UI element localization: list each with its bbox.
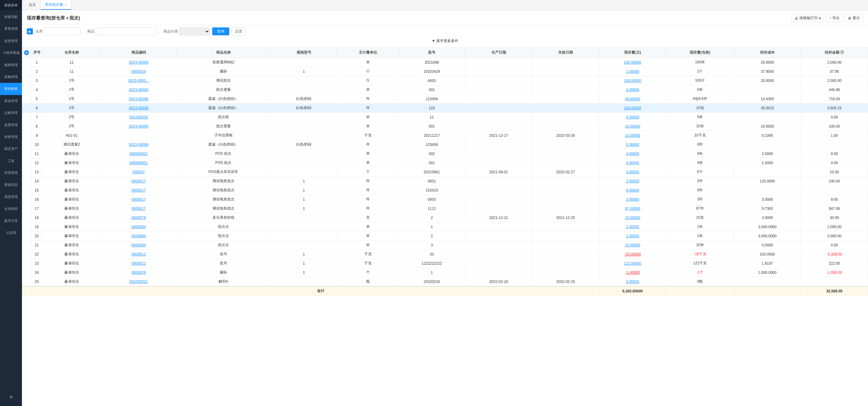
sidebar-item-sys[interactable]: 系统管理 [0,191,22,203]
expand-more-conditions[interactable]: ▼ 展开更多条件 [27,37,863,45]
sidebar-item-purchase[interactable]: 采购管理 [0,71,22,83]
col-header-code: 商品编码 [101,47,176,58]
col-icon-circle[interactable]: ⊙ [24,50,29,55]
sidebar-item-stats[interactable]: 总账管理 [0,107,22,119]
row-code[interactable]: 000900001 [101,149,176,158]
row-code[interactable]: 0000084 [101,232,176,241]
row-qty-main[interactable]: 10.00000 [599,131,666,140]
row-seq: 21 [31,241,42,250]
row-qty-main[interactable]: 0.00000 [599,168,666,177]
row-code[interactable]: 0023-00008 [101,140,176,149]
row-code[interactable]: 0023-00005 [101,94,176,104]
row-code[interactable]: 0000078 [101,213,176,222]
row-code[interactable]: 0000017 [101,177,176,186]
sidebar-item-assets[interactable]: 资金管理 [0,95,22,107]
row-qty-main[interactable]: 100.00000 [599,104,666,113]
row-qty-main[interactable]: 0.00000 [599,277,666,286]
sidebar-item-wholesale[interactable]: 批发管理 [0,35,22,47]
tab-inventory-batch[interactable]: 库存批次量 × [40,0,71,10]
row-qty-main[interactable]: 122.00000 [599,259,666,268]
row-name: POS 批次 [176,158,270,168]
sidebar-item-retail[interactable]: 零售管理 [0,23,22,35]
row-code[interactable]: 000097 [101,168,176,177]
sidebar-item-invoice[interactable]: 发票管理 [0,119,22,131]
sidebar-search[interactable]: 搜索菜单 [0,0,22,11]
sidebar-item-fixed[interactable]: 固定资产 [0,143,22,155]
row-qty-main[interactable]: 100.00000 [599,58,666,67]
row-qty-main[interactable]: 1.00000 [599,232,666,241]
row-qty-main[interactable]: 10.00000 [599,122,666,131]
row-qty-main[interactable]: 0.00000 [599,85,666,94]
display-button[interactable]: ⊞ 显示 [845,14,863,22]
tab-home[interactable]: 首页 [24,1,40,9]
row-code[interactable]: 0000029 [101,67,176,76]
category-select[interactable] [179,27,210,35]
row-warehouse: 赢省综仓 [42,149,101,158]
row-code[interactable]: 0023-00005 [101,85,176,94]
row-batch: 210423 [399,186,465,195]
filter-row-1: ▶ 仓库 ... 商品 ... 商品分类 查询 [27,27,863,35]
row-qty-main[interactable]: 4.00000 [599,158,666,168]
sidebar-item-micro-ecom[interactable]: 小程序商城 [0,47,22,59]
row-code[interactable]: 0023-00005 [101,122,176,131]
row-code[interactable]: 0023-00009 [101,58,176,67]
row-icon [22,149,31,158]
row-qty-main[interactable]: -16.00000 [599,250,666,259]
gear-icon[interactable]: ⚙ [9,392,13,402]
row-code[interactable]: 0000017 [101,195,176,204]
row-qty-main[interactable]: 4.00000 [599,149,666,158]
row-qty-main[interactable]: -1.00000 [599,268,666,277]
row-code[interactable]: 000900001 [101,158,176,168]
row-qty-main[interactable]: 0.00000 [599,140,666,149]
sidebar-item-mgmt[interactable]: 经营管理 [0,167,22,179]
export-button[interactable]: ↑ 导出 [826,14,843,22]
row-warehouse: 赢省综仓 [42,268,101,277]
row-qty-main[interactable]: 0.00000 [599,113,666,122]
row-code[interactable]: 001000031 [101,277,176,286]
row-code[interactable]: 001000026 [101,113,176,122]
row-qty-main[interactable]: 3.00000 [599,195,666,204]
table-row: 18赢省综仓0000078多头黑色软线支22021-12-212021-12-2… [22,213,868,222]
row-code[interactable]: 0000012 [101,250,176,259]
row-spec [271,241,338,250]
row-code[interactable]: 0000029 [101,268,176,277]
settings-button[interactable]: 设置 [232,27,246,35]
row-qty-main[interactable]: 49.60000 [599,94,666,104]
row-qty-main[interactable]: 2.00000 [599,177,666,186]
row-qty-aux: 10包 [666,104,734,113]
row-prod-date [465,177,532,186]
sidebar-item-labor[interactable]: 工资 [0,155,22,167]
row-qty-main[interactable]: 1.00000 [599,222,666,232]
sidebar-item-quick-nav[interactable]: 快捷导航 [0,11,22,23]
row-code[interactable]: 0000017 [101,186,176,195]
sidebar-item-inventory[interactable]: 库存核算 [0,83,22,95]
row-qty-main[interactable]: 87.00000 [599,204,666,213]
row-qty-main[interactable]: 10.00000 [599,241,666,250]
row-qty-main[interactable]: 100.00000 [599,76,666,85]
row-name: POS显示库存异常 [176,168,270,177]
product-input[interactable] [96,27,157,35]
row-code[interactable]: 0000017 [101,204,176,213]
sidebar-item-corp[interactable]: 企业协同 [0,203,22,215]
tab-close-icon[interactable]: × [65,3,67,6]
row-cost: 14.4355 [734,94,801,104]
row-qty-main[interactable]: 10.00000 [599,213,666,222]
tab-inventory-batch-label: 库存批次量 [45,2,63,7]
row-code[interactable]: 0000084 [101,222,176,232]
row-code[interactable]: 0023-0000... [101,76,176,85]
warehouse-input[interactable] [44,27,81,35]
row-code[interactable]: 0000084 [101,241,176,250]
search-button[interactable]: 查询 [212,27,229,35]
sidebar-item-cloud[interactable]: 云应用 [0,227,22,239]
sidebar-item-basic[interactable]: 基础信息 [0,179,22,191]
filter-expand-btn[interactable]: ▶ [27,28,33,34]
sidebar-item-tax[interactable]: 税务管理 [0,131,22,143]
row-qty-main[interactable]: 1.00000 [599,67,666,76]
row-qty-main[interactable]: 0.00000 [599,186,666,195]
row-code[interactable]: 0023-00008 [101,104,176,113]
row-code[interactable] [101,131,176,140]
sidebar-item-ecom[interactable]: 电商管理 [0,59,22,71]
print-button[interactable]: 🖨 按模板打印 ▾ [791,14,824,22]
sidebar-item-newbie[interactable]: 新手引导 [0,215,22,227]
row-code[interactable]: 0000012 [101,259,176,268]
